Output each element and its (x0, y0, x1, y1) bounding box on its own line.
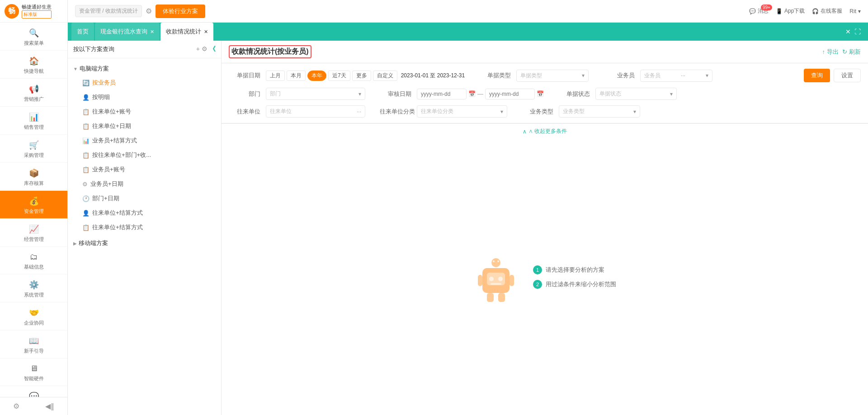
biz-type-select[interactable]: 业务类型 ▾ (559, 105, 640, 118)
panel-header-buttons: + ⚙ 《 (196, 45, 216, 53)
dept-select[interactable]: 部门 ▾ (266, 88, 365, 100)
review-date-start[interactable] (417, 89, 467, 99)
date-last-month[interactable]: 上月 (266, 71, 285, 81)
child-label-unit-payment1: 往来单位+结算方式 (92, 209, 143, 217)
sidebar-item-inventory[interactable]: 📦库存核算 (0, 163, 67, 191)
svg-point-2 (489, 277, 494, 281)
child-icon-dept-date: 🕐 (82, 195, 90, 202)
online-service-button[interactable]: 🎧 在线客服 (812, 7, 842, 15)
message-button[interactable]: 💬 消息 99+ (749, 7, 769, 15)
biz-type-label: 业务类型 (522, 108, 553, 116)
tab-close-collection[interactable]: ✕ (204, 29, 208, 35)
sidebar-nav: 🔍搜索菜单🏠快捷导航📢营销推广📊销售管理🛒采购管理📦库存核算💰资金管理📈经营管理… (0, 23, 67, 397)
header-gear-icon[interactable]: ⚙ (146, 7, 152, 15)
sidebar-item-corp[interactable]: 🤝企业协同 (0, 302, 67, 330)
user-avatar[interactable]: Rit ▾ (849, 8, 861, 14)
tree-desktop-parent[interactable]: ▼ 电脑端方案 (68, 62, 221, 75)
panel-add-icon[interactable]: + (196, 45, 200, 53)
sidebar-item-purchase[interactable]: 🛒采购管理 (0, 135, 67, 163)
date-custom[interactable]: 自定义 (373, 71, 397, 81)
step-2-text: 用过滤条件来缩小分析范围 (546, 280, 616, 288)
child-label-by-detail: 按明细 (92, 93, 110, 101)
date-this-month[interactable]: 本月 (287, 71, 306, 81)
sidebar-icon-system: ⚙️ (29, 280, 39, 290)
header-right: 💬 消息 99+ 📱 App下载 🎧 在线客服 Rit ▾ (749, 7, 861, 15)
staff-select[interactable]: 业务员 ··· ▾ (640, 70, 712, 82)
tree-child-staff-date[interactable]: ⚙业务员+日期 (77, 177, 221, 191)
tree-child-dept-date[interactable]: 🕐部门+日期 (77, 191, 221, 206)
sidebar-label-system: 系统管理 (24, 292, 44, 298)
tree-child-unit-date[interactable]: 📋往来单位+日期 (77, 119, 221, 133)
sidebar-item-operation[interactable]: 📈经营管理 (0, 219, 67, 247)
review-end-calendar-icon[interactable]: 📅 (537, 90, 544, 97)
date-this-year[interactable]: 本年 (307, 71, 326, 81)
dept-select-value: 部门 (270, 90, 281, 98)
tree-child-unit-payment2[interactable]: 📋往来单位+结算方式 (77, 220, 221, 235)
query-button[interactable]: 查询 (804, 69, 830, 82)
tab-label-bank: 现金银行流水查询 (100, 28, 147, 36)
sidebar-item-basic[interactable]: 🗂基础信息 (0, 247, 67, 274)
export-button[interactable]: ↑ 导出 (822, 48, 839, 56)
sidebar-item-sales[interactable]: 📊销售管理 (0, 107, 67, 135)
empty-steps: 1 请先选择要分析的方案 2 用过滤条件来缩小分析范围 (533, 265, 616, 289)
sidebar-item-finance[interactable]: 💰资金管理 (0, 191, 67, 219)
sidebar-item-guide[interactable]: 📖新手引导 (0, 330, 67, 358)
sidebar-settings-icon[interactable]: ⚙ (13, 402, 19, 410)
tab-home[interactable]: 首页 (71, 23, 94, 41)
tree-mobile-parent[interactable]: ▶ 移动端方案 (68, 236, 221, 250)
refresh-button[interactable]: ↻ 刷新 (842, 48, 861, 56)
svg-rect-7 (487, 293, 494, 302)
panel-collapse-icon[interactable]: 《 (209, 45, 216, 53)
tree-expand-icon: ▼ (73, 66, 78, 71)
tree-child-by-detail[interactable]: 👤按明细 (77, 90, 221, 104)
sidebar-item-quick-nav[interactable]: 🏠快捷导航 (0, 51, 67, 79)
sidebar-collapse-icon[interactable]: ◀‖ (45, 402, 54, 410)
logo-text: 畅捷通好生意 (22, 4, 52, 10)
tree-child-by-staff[interactable]: 🔄按业务员 (77, 75, 221, 90)
close-window-icon[interactable]: ✕ (845, 28, 851, 35)
export-label: 导出 (827, 48, 839, 56)
user-chevron-icon: ▾ (858, 8, 861, 14)
date-7days[interactable]: 近7天 (328, 71, 350, 81)
tab-collection[interactable]: 收款情况统计✕ (160, 23, 213, 41)
sidebar-label-search: 搜索菜单 (24, 40, 44, 47)
window-controls: ✕ ⛶ (845, 28, 861, 35)
tab-bank[interactable]: 现金银行流水查询✕ (95, 23, 160, 41)
tree-child-unit-account[interactable]: 📋往来单位+账号 (77, 104, 221, 119)
sidebar-label-sales: 销售管理 (24, 124, 44, 131)
review-start-calendar-icon[interactable]: 📅 (468, 90, 476, 97)
date-more[interactable]: 更多 (352, 71, 371, 81)
logo-tag: 标准版 (22, 10, 52, 19)
unit-select[interactable]: 往来单位 ··· (266, 105, 365, 118)
sidebar-item-hardware[interactable]: 🖥智能硬件 (0, 358, 67, 386)
tab-close-bank[interactable]: ✕ (150, 29, 154, 35)
tree-child-unit-dept[interactable]: 📋按往来单位+部门+收... (77, 148, 221, 162)
tree-child-staff-payment[interactable]: 📊业务员+结算方式 (77, 133, 221, 148)
filter-row-1: 单据日期 上月 本月 本年 近7天 更多 自定义 2023-01-01 至 20… (229, 69, 861, 82)
review-date-range: 📅 — 📅 (417, 89, 544, 99)
tab-label-collection: 收款情况统计 (166, 28, 201, 36)
message-badge: 99+ (761, 5, 772, 10)
settings-button[interactable]: 设置 (834, 69, 861, 82)
child-icon-unit-account: 📋 (82, 108, 90, 115)
app-download-button[interactable]: 📱 App下载 (776, 7, 805, 15)
filter-action-buttons: 查询 设置 (804, 69, 861, 82)
biz-type-value: 业务类型 (563, 108, 585, 115)
svg-rect-6 (509, 275, 514, 286)
review-date-end[interactable] (485, 89, 535, 99)
expand-window-icon[interactable]: ⛶ (854, 28, 861, 35)
status-select[interactable]: 单据状态 ▾ (595, 88, 677, 100)
type-select[interactable]: 单据类型 ▾ (516, 70, 589, 82)
collapse-bar[interactable]: ∧ ∧ 收起更多条件 (222, 123, 868, 139)
tree-child-staff-account[interactable]: 📋业务员+账号 (77, 162, 221, 177)
sidebar-item-wechat[interactable]: 💬企业微信 (0, 386, 67, 397)
tree-child-unit-payment1[interactable]: 👤往来单位+结算方式 (77, 206, 221, 220)
sidebar-item-marketing[interactable]: 📢营销推广 (0, 79, 67, 107)
sidebar-icon-finance: 💰 (29, 196, 39, 206)
svg-point-3 (498, 277, 503, 281)
unit-type-select[interactable]: 往来单位分类 ▾ (417, 105, 507, 118)
solution-button[interactable]: 体验行业方案 (156, 5, 205, 18)
sidebar-item-system[interactable]: ⚙️系统管理 (0, 274, 67, 302)
sidebar-item-search[interactable]: 🔍搜索菜单 (0, 23, 67, 51)
panel-settings-icon[interactable]: ⚙ (202, 45, 208, 53)
